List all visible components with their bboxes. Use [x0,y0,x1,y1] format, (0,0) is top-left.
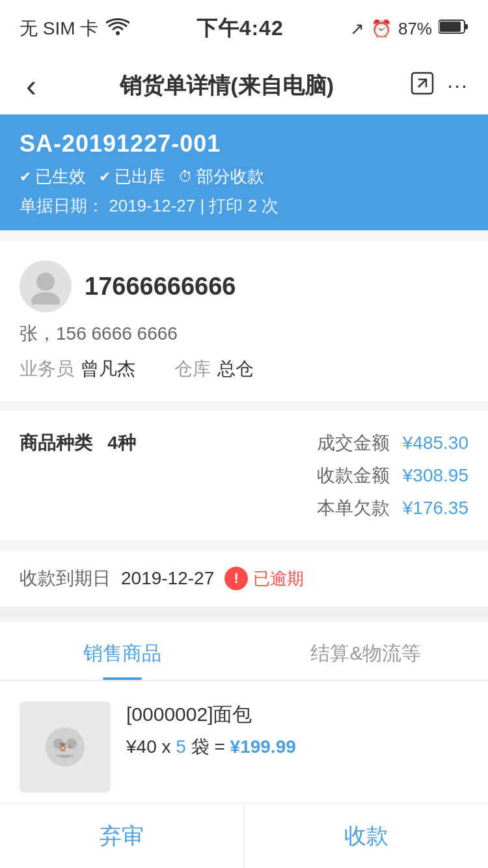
deal-amount-value: ¥485.30 [403,433,468,454]
sales-info: 业务员 曾凡杰 [20,357,135,381]
customer-phone: 17666666666 [85,273,236,301]
collect-button[interactable]: 收款 [245,804,489,868]
clock-icon: ⏱ [178,169,193,185]
customer-top: 17666666666 [20,260,468,312]
warehouse-name: 总仓 [217,357,254,381]
alarm-icon: ⏰ [371,19,392,39]
warehouse-info: 仓库 总仓 [174,357,254,381]
product-price-bread: ¥40 x 5 袋 = ¥199.99 [126,735,468,759]
debt-value: ¥176.35 [403,498,468,519]
collected-label: 收款金额 [317,463,390,488]
svg-point-5 [36,273,55,291]
tab-sales-products[interactable]: 销售商品 [0,622,244,680]
stats-left: 商品种类 4种 [20,431,136,455]
nav-bar: ‹ 销货单详情(来自电脑) ··· [0,57,488,115]
collected-row: 收款金额 ¥308.95 [317,463,468,488]
bottom-bar: 弃审 收款 [0,803,488,868]
product-total-bread: ¥199.99 [230,737,296,757]
overdue-icon: ! [224,567,248,590]
location-icon: ↗ [350,19,364,39]
sales-name: 曾凡杰 [81,357,135,381]
stats-section: 商品种类 4种 成交金额 ¥485.30 收款金额 ¥308.95 本单欠款 ¥… [0,411,488,540]
page-title: 销货单详情(来自电脑) [120,71,334,101]
tab-settlement-logistics[interactable]: 结算&物流等 [244,622,488,680]
status-bar: 无 SIM 卡 下午4:42 ↗ ⏰ 87% [0,0,488,57]
tabs: 销售商品 结算&物流等 [0,622,488,681]
customer-section: 17666666666 张，156 6666 6666 业务员 曾凡杰 仓库 总… [0,241,488,401]
debt-label: 本单欠款 [317,496,390,521]
avatar [20,260,72,312]
overdue-badge: ! 已逾期 [224,567,304,590]
order-id: SA-20191227-001 [20,130,468,157]
debt-row: 本单欠款 ¥176.35 [317,496,468,521]
status-left: 无 SIM 卡 [20,16,129,41]
product-name-bread: [0000002]面包 [126,701,468,728]
product-thumbnail-bread: 🦉+ [20,701,111,793]
banner-tags: ✔ 已生效 ✔ 已出库 ⏱ 部分收款 [20,165,468,188]
svg-point-6 [31,292,60,305]
tag-partial-payment: ⏱ 部分收款 [178,165,264,188]
banner-date-info: 单据日期： 2019-12-27 | 打印 2 次 [20,195,468,217]
battery-icon [439,18,468,40]
divider [0,606,488,617]
svg-text:🦉+: 🦉+ [58,742,72,752]
due-label: 收款到期日 [20,566,111,591]
collected-value: ¥308.95 [403,465,468,486]
carrier-text: 无 SIM 卡 [20,16,98,41]
deal-amount-row: 成交金额 ¥485.30 [317,431,468,455]
svg-rect-3 [440,21,461,32]
stats-right: 成交金额 ¥485.30 收款金额 ¥308.95 本单欠款 ¥176.35 [317,431,468,521]
product-info-bread: [0000002]面包 ¥40 x 5 袋 = ¥199.99 [126,701,468,759]
product-item: 🦉+ [0000002]面包 ¥40 x 5 袋 = ¥199.99 [0,682,488,813]
export-icon[interactable] [411,72,434,100]
more-icon[interactable]: ··· [447,74,468,98]
battery-text: 87% [398,19,432,39]
check-icon-2: ✔ [99,169,111,185]
nav-actions: ··· [411,72,468,100]
due-section: 收款到期日 2019-12-27 ! 已逾期 [0,550,488,606]
warehouse-label: 仓库 [174,357,211,381]
sales-label: 业务员 [20,357,74,381]
status-time: 下午4:42 [197,14,284,43]
tag-shipped: ✔ 已出库 [99,165,165,188]
status-right: ↗ ⏰ 87% [350,18,468,40]
tag-effective: ✔ 已生效 [20,165,86,188]
product-quantity-bread: 5 [176,737,186,757]
svg-point-0 [116,31,120,35]
customer-meta: 业务员 曾凡杰 仓库 总仓 [20,357,468,381]
blue-banner: SA-20191227-001 ✔ 已生效 ✔ 已出库 ⏱ 部分收款 单据日期：… [0,115,488,230]
customer-name: 张，156 6666 6666 [20,321,468,346]
due-date: 2019-12-27 [121,568,214,589]
product-kinds: 商品种类 4种 [20,431,136,455]
back-button[interactable]: ‹ [20,61,43,110]
check-icon-1: ✔ [20,169,31,185]
deal-amount-label: 成交金额 [317,431,390,455]
cancel-button[interactable]: 弃审 [0,804,245,868]
svg-rect-2 [465,24,468,29]
wifi-icon [106,18,129,40]
